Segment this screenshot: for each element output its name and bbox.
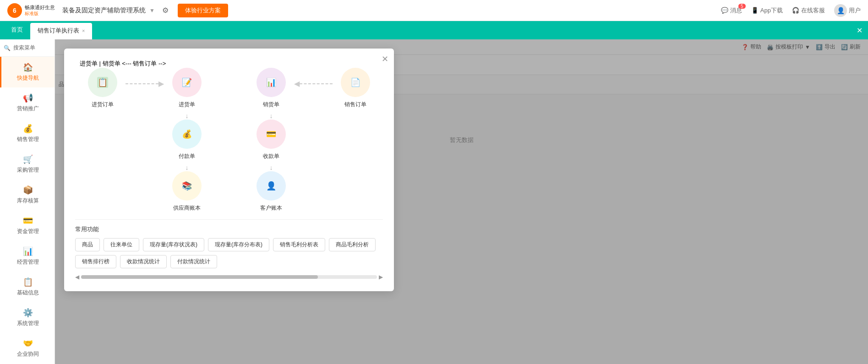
flow-circle-receipt: 💳 — [257, 120, 286, 149]
common-functions: 常用功能 商品 往来单位 现存量(库存状况表) 现存量(库存分布表) 销售毛利分… — [75, 219, 383, 268]
sidebar-item-collab[interactable]: 🤝 企业协同 — [0, 333, 55, 364]
cf-btn-receipt-stats[interactable]: 收款情况统计 — [120, 255, 167, 268]
top-header: 6 畅康通好生意 标准版 装备及固定资产辅助管理系统 ▼ ⚙ 体验行业方案 💬 … — [0, 0, 868, 21]
flow-circle-payment: 💰 — [172, 120, 202, 149]
inventory-icon: 📦 — [23, 185, 33, 195]
svg-text:📝: 📝 — [182, 77, 192, 87]
purchase-icon: 🛒 — [23, 154, 33, 164]
basic-icon: 📋 — [23, 277, 33, 287]
scroll-track[interactable] — [81, 275, 377, 279]
quicknav-icon: 🏠 — [23, 62, 33, 72]
search-menu-btn[interactable]: 🔍 搜索菜单 — [0, 39, 55, 57]
service-icon: 🎧 — [792, 7, 799, 14]
marketing-icon: 📢 — [23, 93, 33, 103]
sale-icon: 📊 — [264, 75, 278, 90]
system-icon: ⚙️ — [23, 308, 33, 318]
nav-tabs: 首页 销售订单执行表 × ✕ — [0, 21, 868, 39]
system-title-area: 装备及固定资产辅助管理系统 ▼ ⚙ 体验行业方案 — [62, 4, 721, 17]
cf-btn-sales-profit[interactable]: 销售毛利分析表 — [273, 238, 325, 251]
svg-text:📊: 📊 — [266, 77, 277, 87]
flow-item-receipt[interactable]: 💳 收款单 — [248, 120, 294, 160]
purchase-icon: 📝 — [180, 75, 194, 90]
main-layout: 🔍 搜索菜单 🏠 快捷导航 📢 营销推广 💰 销售管理 🛒 采购管理 📦 库存核… — [0, 39, 868, 364]
header-right: 💬 消息 5 📱 App下载 🎧 在线客服 👤 用户 — [721, 4, 861, 17]
sidebar-item-system[interactable]: ⚙️ 系统管理 — [0, 302, 55, 333]
scroll-thumb — [81, 275, 318, 279]
cf-title: 常用功能 — [75, 225, 383, 234]
svg-text:📚: 📚 — [182, 181, 192, 191]
flow-circle-sales-order: 📄 — [341, 68, 370, 97]
sidebar: 🔍 搜索菜单 🏠 快捷导航 📢 营销推广 💰 销售管理 🛒 采购管理 📦 库存核… — [0, 39, 55, 364]
sales-order-icon: 📄 — [348, 75, 363, 90]
modal-close-btn[interactable]: ✕ — [382, 54, 388, 64]
flow-circle-customer-ledger: 👤 — [257, 171, 286, 201]
flow-item-payment[interactable]: 💰 付款单 — [164, 120, 210, 160]
sales-icon: 💰 — [23, 124, 33, 134]
modal-overlay: ✕ 进货单 | 销货单 <--- 销售订单 --> 📋 — [55, 39, 868, 364]
cf-btn-inventory-dist[interactable]: 现存量(库存分布表) — [208, 238, 269, 251]
cf-btn-sales-rank[interactable]: 销售排行榜 — [75, 255, 116, 268]
sidebar-item-inventory[interactable]: 📦 库存核算 — [0, 179, 55, 210]
flow-circle-supplier-ledger: 📚 — [172, 171, 202, 201]
cf-btn-counterparty[interactable]: 往来单位 — [104, 238, 139, 251]
horizontal-scrollbar: ◀ ▶ — [75, 274, 383, 280]
logo-text: 畅康通好生意 标准版 — [25, 4, 55, 16]
tab-home[interactable]: 首页 — [4, 21, 30, 39]
logo-icon: 6 — [7, 3, 22, 18]
svg-text:👤: 👤 — [266, 181, 277, 191]
user-menu[interactable]: 👤 用户 — [834, 4, 861, 17]
svg-text:📄: 📄 — [350, 77, 361, 87]
sidebar-item-marketing[interactable]: 📢 营销推广 — [0, 87, 55, 118]
nav-close-all-btn[interactable]: ✕ — [857, 26, 863, 35]
tab-sales-order[interactable]: 销售订单执行表 × — [30, 23, 92, 39]
cf-btn-payment-stats[interactable]: 付款情况统计 — [170, 255, 217, 268]
sidebar-item-purchase[interactable]: 🛒 采购管理 — [0, 149, 55, 179]
system-title: 装备及固定资产辅助管理系统 — [62, 6, 146, 15]
flow-item-customer-ledger[interactable]: 👤 客户账本 — [248, 171, 294, 212]
collab-icon: 🤝 — [23, 338, 33, 348]
content-area: ❓ 帮助 🖨️ 按模板打印 ▼ ⬆️ 导出 🔄 刷新 📅 单据状态 — [55, 39, 868, 364]
flow-circle-purchase-order: 📋 — [88, 68, 117, 97]
flow-item-sale[interactable]: 📊 销货单 — [248, 68, 294, 109]
sidebar-item-sales[interactable]: 💰 销售管理 — [0, 118, 55, 149]
tab-close-icon[interactable]: × — [82, 28, 85, 33]
avatar: 👤 — [834, 4, 847, 17]
sidebar-item-finance[interactable]: 💳 资金管理 — [0, 210, 55, 241]
flow-item-supplier-ledger[interactable]: 📚 供应商账本 — [164, 171, 210, 212]
sidebar-item-basic[interactable]: 📋 基础信息 — [0, 272, 55, 302]
supplier-ledger-icon: 📚 — [180, 179, 194, 193]
purchase-order-icon: 📋 — [95, 75, 110, 90]
experience-btn[interactable]: 体验行业方案 — [178, 4, 228, 17]
cf-btn-product-profit[interactable]: 商品毛利分析 — [329, 238, 376, 251]
payment-icon: 💰 — [180, 127, 194, 141]
scroll-left-btn[interactable]: ◀ — [75, 274, 79, 280]
finance-icon: 💳 — [23, 216, 33, 226]
flow-item-purchase-order[interactable]: 📋 进货订单 — [80, 68, 126, 109]
cf-row-2: 销售排行榜 收款情况统计 付款情况统计 — [75, 255, 383, 268]
flow-diagram: 进货单 | 销货单 <--- 销售订单 --> 📋 进货订单 — [75, 60, 383, 212]
svg-text:💳: 💳 — [266, 129, 277, 139]
flow-circle-sale: 📊 — [257, 68, 286, 97]
flow-item-sales-order[interactable]: 📄 销售订单 — [333, 68, 378, 109]
logo-area: 6 畅康通好生意 标准版 — [7, 3, 62, 18]
cf-row-1: 商品 往来单位 现存量(库存状况表) 现存量(库存分布表) 销售毛利分析表 商品… — [75, 238, 383, 251]
flow-circle-purchase: 📝 — [172, 68, 202, 97]
cf-btn-inventory-status[interactable]: 现存量(库存状况表) — [143, 238, 204, 251]
app-icon: 📱 — [751, 7, 759, 14]
svg-text:📋: 📋 — [98, 77, 108, 87]
flow-item-purchase[interactable]: 📝 进货单 — [164, 68, 210, 109]
dropdown-arrow-icon[interactable]: ▼ — [149, 7, 155, 14]
cf-btn-product[interactable]: 商品 — [75, 238, 100, 251]
modal-box: ✕ 进货单 | 销货单 <--- 销售订单 --> 📋 — [64, 49, 394, 291]
app-download-btn[interactable]: 📱 App下载 — [751, 6, 783, 15]
online-service-btn[interactable]: 🎧 在线客服 — [792, 6, 825, 15]
receipt-icon: 💳 — [264, 127, 278, 141]
message-icon: 💬 — [721, 7, 728, 14]
settings-icon[interactable]: ⚙ — [162, 6, 169, 15]
sidebar-item-quicknav[interactable]: 🏠 快捷导航 — [0, 57, 55, 87]
sidebar-item-operations[interactable]: 📊 经营管理 — [0, 241, 55, 272]
scroll-right-btn[interactable]: ▶ — [379, 274, 383, 280]
message-btn[interactable]: 💬 消息 5 — [721, 6, 742, 15]
customer-ledger-icon: 👤 — [264, 179, 278, 193]
search-icon: 🔍 — [4, 45, 11, 51]
